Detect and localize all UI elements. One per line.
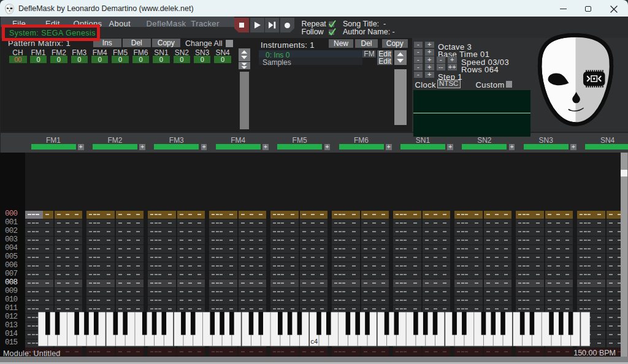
svg-text:c4: c4 (310, 338, 318, 345)
